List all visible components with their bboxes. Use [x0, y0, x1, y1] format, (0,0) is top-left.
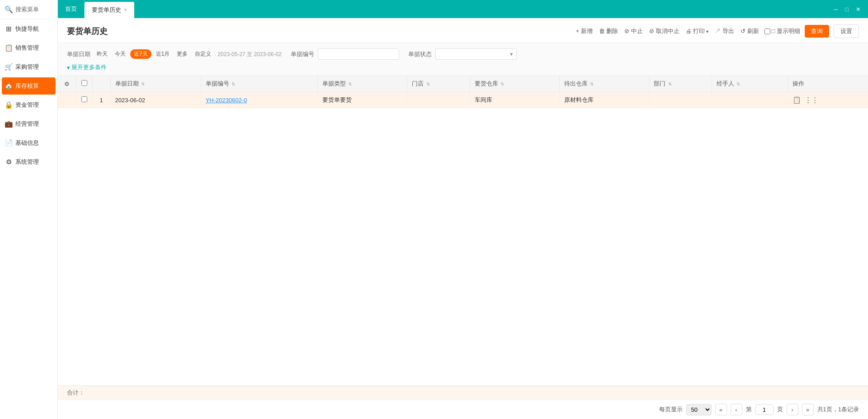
doc-no-input[interactable]	[318, 48, 399, 60]
tab-active[interactable]: 要货单历史 ×	[85, 2, 134, 18]
sidebar-item-label: 资金管理	[15, 101, 39, 109]
doc-status-filter-group: 单据状态 ▾	[408, 48, 517, 60]
new-button[interactable]: + 新增	[575, 25, 594, 37]
page-size-select[interactable]: 10 20 50 100	[686, 404, 712, 415]
th-pending-warehouse[interactable]: 待出仓库 ⇅	[559, 76, 649, 92]
th-pending-warehouse-label: 待出仓库	[564, 80, 588, 87]
tab-home-label: 首页	[65, 5, 77, 13]
cell-doc-type: 要货单要货	[317, 92, 407, 108]
topbar-close[interactable]: ✕	[856, 6, 861, 13]
finance-icon: 🔒	[5, 101, 13, 109]
sidebar-item-inventory[interactable]: 🏠 库存核算	[2, 77, 56, 95]
sidebar-item-label: 采购管理	[15, 63, 39, 71]
doc-status-select[interactable]	[435, 48, 517, 60]
th-date[interactable]: 单据日期 ⇅	[110, 76, 201, 92]
th-action: 操作	[788, 76, 868, 92]
refresh-button[interactable]: ↺ 刷新	[740, 25, 760, 37]
sidebar-item-operations[interactable]: 💼 经营管理	[0, 114, 57, 133]
inventory-icon: 🏠	[5, 82, 13, 90]
th-settings[interactable]: ⚙	[58, 76, 76, 92]
date-btn-1month[interactable]: 近1月	[153, 49, 173, 59]
th-store-label: 门店	[412, 80, 424, 87]
toolbar: + 新增 🗑 删除 ⊘ 中止 ⊘ 取消中止 🖨 打印 ▾ ↗ 导出	[575, 24, 859, 38]
delete-label: 🗑 删除	[599, 27, 618, 35]
page-header: 要货单历史 + 新增 🗑 删除 ⊘ 中止 ⊘ 取消中止 🖨 打印 ▾	[58, 18, 868, 43]
date-btn-today[interactable]: 今天	[112, 49, 128, 59]
sidebar-item-quick-nav[interactable]: ⊞ 快捷导航	[0, 19, 57, 38]
th-date-sort-icon: ⇅	[141, 81, 145, 86]
th-req-warehouse-sort-icon: ⇅	[500, 81, 504, 86]
sidebar-item-purchase[interactable]: 🛒 采购管理	[0, 57, 57, 76]
th-store-sort-icon: ⇅	[426, 81, 430, 86]
table-footer: 合计：	[58, 386, 868, 400]
next-page-btn[interactable]: ›	[787, 404, 798, 415]
sidebar-item-finance[interactable]: 🔒 资金管理	[0, 95, 57, 114]
topbar-maximize[interactable]: □	[845, 6, 849, 13]
action-more-icon[interactable]: ⋮⋮	[805, 96, 818, 104]
settings-button[interactable]: 设置	[834, 24, 859, 38]
tab-home[interactable]: 首页	[58, 0, 85, 18]
sidebar-item-label: 快捷导航	[15, 25, 39, 33]
date-btn-more[interactable]: 更多	[174, 49, 190, 59]
print-label: 🖨 打印	[686, 27, 705, 35]
page-suffix-label: 页	[777, 405, 783, 414]
doc-no-link[interactable]: YH-20230602-0	[206, 97, 247, 104]
th-doc-no[interactable]: 单据编号 ⇅	[201, 76, 317, 92]
prev-page-btn[interactable]: ‹	[731, 404, 742, 415]
search-menu[interactable]: 🔍 搜索菜单	[0, 0, 57, 19]
print-button[interactable]: 🖨 打印 ▾	[685, 25, 710, 37]
page-number-input[interactable]	[755, 405, 774, 415]
th-store[interactable]: 门店 ⇅	[407, 76, 470, 92]
sidebar-item-label: 库存核算	[15, 82, 39, 90]
date-btn-custom[interactable]: 自定义	[192, 49, 214, 59]
display-detail-button[interactable]: □ 显示明细	[764, 27, 800, 35]
purchase-icon: 🛒	[5, 63, 13, 71]
expand-more-btn[interactable]: ▾ 展开更多条件	[67, 63, 859, 71]
cancel-stop-label: ⊘ 取消中止	[649, 27, 679, 35]
quick-nav-icon: ⊞	[5, 25, 13, 33]
action-edit-icon[interactable]: 📋	[793, 96, 801, 104]
sidebar-item-label: 基础信息	[15, 139, 39, 147]
topbar-right: ─ □ ✕	[834, 6, 868, 13]
date-buttons: 昨天 今天 近7天 近1月 更多 自定义	[94, 49, 214, 59]
row-checkbox[interactable]	[81, 96, 87, 102]
first-page-btn[interactable]: «	[715, 404, 727, 415]
cancel-stop-button[interactable]: ⊘ 取消中止	[648, 25, 680, 37]
date-filter-group: 单据日期 昨天 今天 近7天 近1月 更多 自定义 2023-05-27 至 2…	[67, 49, 282, 59]
date-btn-7days[interactable]: 近7天	[130, 49, 151, 59]
table-header-row: ⚙ 单据日期 ⇅ 单据编号 ⇅	[58, 76, 868, 92]
date-range-display: 2023-05-27 至 2023-06-02	[217, 51, 281, 58]
query-button[interactable]: 查询	[805, 25, 829, 38]
expand-label: 展开更多条件	[71, 63, 107, 71]
date-btn-yesterday[interactable]: 昨天	[94, 49, 110, 59]
th-department-label: 部门	[654, 80, 665, 87]
doc-status-select-wrap: ▾	[435, 48, 517, 60]
table-area: ⚙ 单据日期 ⇅ 单据编号 ⇅	[58, 76, 868, 386]
select-all-checkbox[interactable]	[81, 80, 87, 86]
export-button[interactable]: ↗ 导出	[714, 25, 735, 37]
th-req-warehouse[interactable]: 要货仓库 ⇅	[470, 76, 559, 92]
th-doc-type[interactable]: 单据类型 ⇅	[317, 76, 407, 92]
topbar-minimize[interactable]: ─	[834, 6, 838, 13]
table-row[interactable]: 1 2023-06-02 YH-20230602-0 要货单要货 车间库 原材料…	[58, 92, 868, 108]
tab-close-btn[interactable]: ×	[124, 7, 127, 13]
stop-label: ⊘ 中止	[624, 27, 643, 35]
th-handler[interactable]: 经手人 ⇅	[712, 76, 788, 92]
sidebar-item-sales[interactable]: 📋 销售管理	[0, 38, 57, 57]
th-date-label: 单据日期	[115, 80, 139, 87]
last-page-btn[interactable]: »	[802, 404, 814, 415]
th-department-sort-icon: ⇅	[668, 81, 672, 86]
th-doc-no-sort-icon: ⇅	[231, 81, 235, 86]
refresh-label: ↺ 刷新	[741, 27, 759, 35]
search-icon: 🔍	[5, 5, 13, 14]
th-department[interactable]: 部门 ⇅	[649, 76, 712, 92]
sidebar-item-basic-info[interactable]: 📄 基础信息	[0, 133, 57, 152]
cell-date: 2023-06-02	[110, 92, 201, 108]
stop-button[interactable]: ⊘ 中止	[623, 25, 644, 37]
sidebar-item-system[interactable]: ⚙ 系统管理	[0, 152, 57, 171]
th-num	[92, 76, 110, 92]
operations-icon: 💼	[5, 120, 13, 128]
display-detail-checkbox[interactable]	[764, 29, 770, 34]
th-handler-sort-icon: ⇅	[736, 81, 740, 86]
delete-button[interactable]: 🗑 删除	[598, 25, 619, 37]
